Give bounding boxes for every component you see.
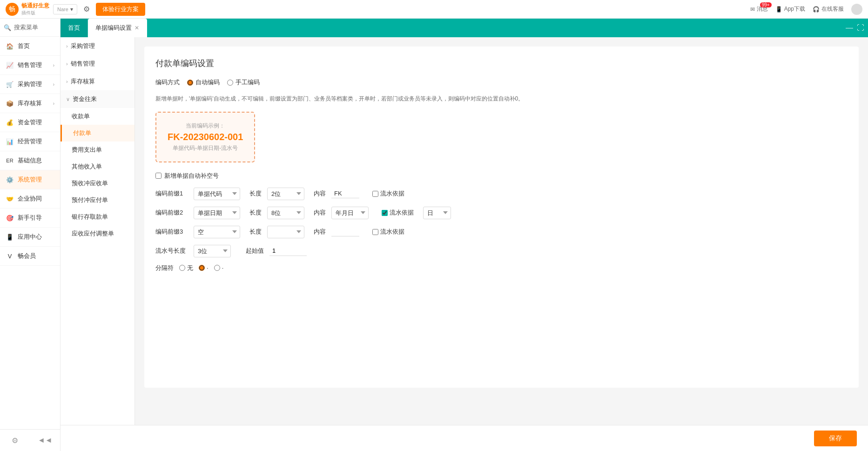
auto-fill-row[interactable]: 新增单据自动补空号 (155, 172, 848, 180)
prefix1-select[interactable]: 单据代码 部门 业务员 自定义 (194, 188, 240, 200)
tab-close-icon[interactable]: ✕ (135, 25, 139, 31)
sidebar-item-enterprise[interactable]: 🤝 企业协同 (0, 189, 60, 209)
submenu-payment[interactable]: 付款单 (61, 125, 135, 141)
bottom-bar: 保存 (61, 425, 868, 451)
prefix1-serial-checkbox[interactable] (372, 191, 378, 197)
page-main: 付款单编码设置 编码方式 自动编码 手工编码 (135, 37, 868, 425)
tab-bar-actions: — ⛶ (846, 24, 868, 32)
auto-code-radio[interactable]: 自动编码 (187, 78, 220, 87)
headset-icon: 🎧 (813, 6, 820, 13)
enterprise-icon: 🤝 (6, 195, 14, 203)
chevron-down-icon-fin: ∨ (66, 96, 70, 102)
prefix2-serial-checkbox[interactable] (382, 210, 388, 216)
prefix2-serial-follow[interactable]: 流水依据 (382, 209, 414, 217)
dropdown-button[interactable]: Nare ▾ (53, 4, 77, 14)
prefix3-select[interactable]: 空 单据代码 部门 业务员 (194, 226, 240, 238)
sidebar-item-purchase[interactable]: 🛒 采购管理 › (0, 75, 60, 94)
prefix1-length-select[interactable]: 2位 4位 6位 (267, 188, 304, 200)
sidebar-item-inventory[interactable]: 📦 库存核算 › (0, 94, 60, 113)
messages-btn[interactable]: ✉ 消息 99+ (750, 5, 768, 13)
operations-icon: 📊 (6, 137, 14, 146)
sep-none-radio[interactable]: 无 (179, 264, 193, 272)
menu-purchase[interactable]: › 采购管理 (61, 37, 135, 55)
top-bar: 畅 畅通好生意 插件版 Nare ▾ ⚙ 体验行业方案 ✉ 消息 99+ 📱 A… (0, 0, 868, 19)
sidebar-item-system[interactable]: ⚙️ 系统管理 (0, 170, 60, 189)
chevron-right-icon2: › (53, 82, 54, 87)
coding-method-label: 编码方式 (155, 78, 180, 87)
prefix1-content-input[interactable] (331, 189, 359, 198)
submenu-adjustment[interactable]: 应收应付调整单 (61, 225, 135, 242)
serial-length-select[interactable]: 3位 4位 5位 6位 (194, 245, 231, 257)
manual-code-radio[interactable]: 手工编码 (227, 78, 260, 87)
prefix3-length-select[interactable] (267, 226, 304, 238)
submenu-prepay-receivable[interactable]: 预收冲应收单 (61, 175, 135, 192)
menu-inventory[interactable]: › 库存核算 (61, 73, 135, 90)
sep-dot-radio[interactable]: · (199, 264, 209, 271)
coding-method-row: 编码方式 自动编码 手工编码 (155, 78, 848, 87)
submenu-bank-deposit[interactable]: 银行存取款单 (61, 209, 135, 225)
purchase-icon: 🛒 (6, 80, 14, 88)
collapse-icon[interactable]: ◄◄ (38, 433, 52, 447)
top-bar-left: 畅 畅通好生意 插件版 Nare ▾ ⚙ 体验行业方案 (6, 2, 145, 16)
sidebar-item-sales[interactable]: 📈 销售管理 › (0, 56, 60, 75)
prefix3-serial-checkbox[interactable] (372, 229, 378, 235)
auto-code-input[interactable] (187, 80, 193, 86)
menu-finance-expanded[interactable]: ∨ 资金往来 (61, 90, 135, 108)
submenu-other-income[interactable]: 其他收入单 (61, 158, 135, 175)
sep-dash-input[interactable] (214, 265, 220, 271)
manual-code-input[interactable] (227, 80, 233, 86)
submenu-expense[interactable]: 费用支出单 (61, 141, 135, 158)
tab-minimize-icon[interactable]: — (846, 24, 853, 32)
sidebar-item-member[interactable]: V 畅会员 (0, 247, 60, 266)
trial-button[interactable]: 体验行业方案 (96, 3, 145, 16)
start-value-input[interactable] (269, 246, 307, 256)
online-service-btn[interactable]: 🎧 在线客服 (813, 5, 844, 13)
length-label2: 长度 (249, 209, 262, 217)
preview-code: FK-20230602-001 (168, 132, 243, 142)
sidebar-item-basic[interactable]: ER 基础信息 (0, 151, 60, 170)
dropdown-label: Nare (57, 7, 68, 12)
tab-maximize-icon[interactable]: ⛶ (857, 24, 864, 32)
prefix2-day-select[interactable]: 日 月 年 (423, 207, 451, 219)
logo-text: 畅通好生意 插件版 (21, 2, 49, 16)
auto-fill-checkbox[interactable] (155, 173, 161, 179)
sidebar-item-guide[interactable]: 🎯 新手引导 (0, 209, 60, 228)
tab-home-label: 首页 (68, 24, 80, 32)
prefix2-select[interactable]: 单据日期 年 年月 年月日 (194, 207, 240, 219)
prefix3-content-input[interactable] (331, 227, 359, 236)
submenu-receipt[interactable]: 收款单 (61, 108, 135, 125)
tab-coding-label: 单据编码设置 (95, 24, 132, 32)
tab-coding[interactable]: 单据编码设置 ✕ (88, 19, 147, 37)
sidebar-item-home[interactable]: 🏠 首页 (0, 37, 60, 56)
sidebar-item-apps[interactable]: 📱 应用中心 (0, 228, 60, 247)
app-download-btn[interactable]: 📱 App下载 (775, 5, 805, 13)
member-icon: V (6, 252, 14, 260)
prefix3-serial-follow[interactable]: 流水依据 (372, 228, 404, 236)
sidebar-item-operations[interactable]: 📊 经营管理 (0, 132, 60, 151)
sidebar-search[interactable]: 🔍 搜索菜单 (0, 19, 60, 37)
sidebar-item-fund[interactable]: 💰 资金管理 (0, 113, 60, 132)
separator-row: 分隔符 无 · · (155, 264, 848, 272)
top-bar-controls: Nare ▾ ⚙ 体验行业方案 (53, 3, 145, 16)
save-button[interactable]: 保存 (814, 431, 857, 446)
prefix1-row: 编码前缀1 单据代码 部门 业务员 自定义 长度 2位 4位 6位 (155, 188, 848, 200)
prefix3-row: 编码前缀3 空 单据代码 部门 业务员 长度 内容 (155, 226, 848, 238)
chevron-right-icon: › (53, 63, 54, 68)
prefix2-content-select[interactable]: 年月日 年月 年 (331, 207, 369, 219)
submenu-prepay-payable[interactable]: 预付冲应付单 (61, 192, 135, 209)
prefix2-row: 编码前缀2 单据日期 年 年月 年月日 长度 8位 6位 4位 (155, 207, 848, 219)
tab-home[interactable]: 首页 (61, 19, 88, 37)
menu-sales[interactable]: › 销售管理 (61, 55, 135, 73)
sep-none-input[interactable] (179, 265, 185, 271)
prefix2-length-select[interactable]: 8位 6位 4位 (267, 207, 304, 219)
preview-desc: 单据代码-单据日期-流水号 (168, 144, 243, 152)
sep-dot-input[interactable] (199, 265, 205, 271)
settings-icon[interactable]: ⚙ (80, 3, 93, 16)
user-avatar[interactable] (851, 4, 862, 15)
message-icon: ✉ (750, 6, 755, 13)
prefix1-serial-follow[interactable]: 流水依据 (372, 189, 404, 198)
settings-bottom-icon[interactable]: ⚙ (8, 433, 22, 447)
separator-options: 无 · · (179, 264, 223, 272)
sep-dash-radio[interactable]: · (214, 264, 224, 271)
content-label3: 内容 (314, 228, 326, 236)
